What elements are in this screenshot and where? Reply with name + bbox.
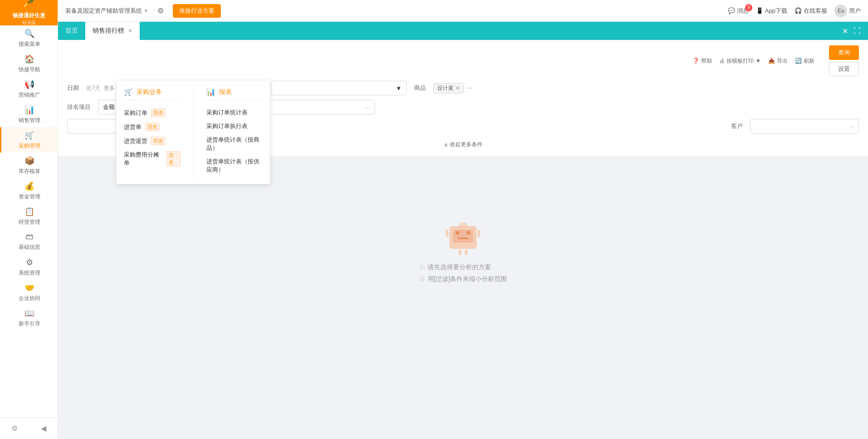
industry-btn[interactable]: 体验行业方案 xyxy=(173,4,221,18)
svg-rect-5 xyxy=(458,250,461,255)
sidebar-item-quick[interactable]: 🏠 快捷导航 xyxy=(0,51,58,76)
sidebar-item-purchase[interactable]: 🛒 采购管理 xyxy=(0,127,58,153)
dropdown-item-return[interactable]: 进货退货 历史 xyxy=(124,134,180,148)
content-area: ❓ 帮助 🖨 按模板打印 ▼ 📤 导出 🔄 刷新 查询 xyxy=(58,40,868,439)
settings-bottom-icon[interactable]: ⚙ xyxy=(11,424,18,433)
salesperson-select[interactable]: ··· xyxy=(266,100,375,114)
logo-subtitle: 标准版 xyxy=(22,20,36,26)
dropdown-item-order-stats[interactable]: 采购订单统计表 xyxy=(206,106,263,119)
sidebar-item-operation[interactable]: 📋 经营管理 xyxy=(0,203,58,229)
collapse-sidebar-icon[interactable]: ◀ xyxy=(41,424,46,433)
sidebar-item-operation-label: 经营管理 xyxy=(19,218,40,226)
mobile-icon: 📱 xyxy=(756,7,763,14)
print-btn[interactable]: 🖨 按模板打印 ▼ xyxy=(719,57,761,65)
tab-close-icon[interactable]: ✕ xyxy=(128,28,132,34)
dropdown-item-expense[interactable]: 采购费用分摊单 历史 xyxy=(124,148,180,170)
dropdown-item-inbound-stats-goods[interactable]: 进货单统计表（按商品） xyxy=(206,133,263,155)
settings-button[interactable]: 设置 xyxy=(829,62,859,76)
date-label: 日期 xyxy=(67,84,79,92)
print-icon: 🖨 xyxy=(719,58,725,64)
dropdown-inner: 🛒 采购业务 采购订单 历史 进货单 历史 进货退货 历史 xyxy=(124,88,263,177)
sidebar-item-guide-label: 新手引导 xyxy=(19,320,40,328)
settings-gear-icon[interactable]: ⚙ xyxy=(157,6,164,15)
sidebar-item-sales[interactable]: 📊 销售管理 xyxy=(0,102,58,127)
logo-icon: 🍊 xyxy=(23,0,35,12)
purchase-dropdown-menu: 🛒 采购业务 采购订单 历史 进货单 历史 进货退货 历史 xyxy=(116,80,270,184)
dropdown-item-order-exec[interactable]: 采购订单执行表 xyxy=(206,119,263,133)
system-dropdown[interactable]: 装备及固定资产辅助管理系统 ▼ xyxy=(65,7,148,15)
sidebar-item-enterprise[interactable]: 🤝 企业协同 xyxy=(0,280,58,305)
help-btn[interactable]: ❓ 帮助 xyxy=(692,57,712,65)
app-download-btn[interactable]: 📱 App下载 xyxy=(756,7,787,15)
sidebar-item-search[interactable]: 🔍 搜索菜单 xyxy=(0,25,58,51)
svg-rect-6 xyxy=(465,250,468,255)
goods-tag-close-icon[interactable]: ✕ xyxy=(455,85,460,91)
date-option-7days[interactable]: 近7天 xyxy=(86,84,100,92)
purchase-icon: 🛒 xyxy=(24,130,34,140)
sidebar-item-inventory[interactable]: 📦 库存核算 xyxy=(0,153,58,178)
avatar: Ea xyxy=(834,5,847,17)
hint2-number: ② xyxy=(419,276,425,283)
sidebar-item-basic[interactable]: 🗃 基础信息 xyxy=(0,229,58,254)
sidebar-item-marketing[interactable]: 📢 营销推广 xyxy=(0,76,58,102)
svg-rect-7 xyxy=(446,230,449,237)
tab-home[interactable]: 首页 xyxy=(58,22,85,40)
sidebar-item-finance[interactable]: 💰 资金管理 xyxy=(0,178,58,203)
purchase-order-label: 采购订单 xyxy=(124,109,147,117)
svg-rect-4 xyxy=(458,237,468,239)
help-label: 帮助 xyxy=(701,57,712,65)
tabbar-expand-icon[interactable]: ⛶ xyxy=(853,27,861,35)
dropdown-item-purchase-order[interactable]: 采购订单 历史 xyxy=(124,106,180,120)
goods-more-dots[interactable]: ··· xyxy=(467,84,473,92)
empty-hint-2: ② 用[过滤]条件来缩小分析范围 xyxy=(419,275,507,283)
tabbar: 首页 销售排行榜 ✕ ✕ ⛶ xyxy=(58,22,868,40)
message-icon: 💬 xyxy=(728,7,735,14)
sidebar-item-system[interactable]: ⚙ 系统管理 xyxy=(0,254,58,280)
dropdown-arrow-icon: ▼ xyxy=(144,8,148,13)
customer-select[interactable]: ··· xyxy=(750,119,859,133)
export-label: 导出 xyxy=(777,57,788,65)
finance-icon: 💰 xyxy=(24,181,34,191)
online-service-btn[interactable]: 🎧 在线客服 xyxy=(795,7,827,15)
rank-value: 金额 xyxy=(103,103,115,111)
sidebar-item-guide[interactable]: 📖 新手引导 xyxy=(0,305,58,330)
query-button[interactable]: 查询 xyxy=(829,45,859,60)
svg-point-9 xyxy=(458,222,468,228)
return-history-badge: 历史 xyxy=(151,137,166,145)
main-area: 装备及固定资产辅助管理系统 ▼ ⚙ 体验行业方案 💬 消息 9 📱 App下载 … xyxy=(58,0,868,439)
purchase-section: 🛒 采购业务 采购订单 历史 进货单 历史 进货退货 历史 xyxy=(124,88,180,177)
status-select[interactable]: ▼ xyxy=(271,81,407,95)
headset-icon: 🎧 xyxy=(795,7,802,14)
date-option-more[interactable]: 更多 xyxy=(104,84,115,92)
report-section-icon: 📊 xyxy=(206,88,215,96)
message-btn[interactable]: 💬 消息 9 xyxy=(728,7,749,15)
salesperson-dots[interactable]: ··· xyxy=(365,104,370,111)
purchase-section-icon: 🛒 xyxy=(124,88,133,96)
export-btn[interactable]: 📤 导出 xyxy=(768,57,788,65)
user-label: 用户 xyxy=(849,7,861,15)
hint2-text: 用[过滤]条件来缩小分析范围 xyxy=(428,275,507,283)
sales-icon: 📊 xyxy=(24,105,34,115)
svg-point-2 xyxy=(456,231,459,235)
sidebar-item-sales-label: 销售管理 xyxy=(19,117,40,124)
refresh-btn[interactable]: 🔄 刷新 xyxy=(795,57,814,65)
goods-tag[interactable]: 设计素 ✕ xyxy=(433,83,464,94)
marketing-icon: 📢 xyxy=(24,79,34,89)
export-icon: 📤 xyxy=(768,58,775,64)
inbound-stats-goods-label: 进货单统计表（按商品） xyxy=(206,136,263,152)
sidebar-item-enterprise-label: 企业协同 xyxy=(19,295,40,302)
help-icon: ❓ xyxy=(692,58,699,64)
customer-dots[interactable]: ··· xyxy=(849,123,854,130)
tabbar-close-icon[interactable]: ✕ xyxy=(842,27,848,35)
dropdown-item-inbound-stats-supplier[interactable]: 进货单统计表（按供应商） xyxy=(206,155,263,177)
topbar: 装备及固定资产辅助管理系统 ▼ ⚙ 体验行业方案 💬 消息 9 📱 App下载 … xyxy=(58,0,868,22)
rank-label: 排名项目 xyxy=(67,103,91,111)
order-exec-label: 采购订单执行表 xyxy=(206,122,248,130)
app-download-label: App下载 xyxy=(765,7,787,15)
system-name: 装备及固定资产辅助管理系统 xyxy=(65,7,142,15)
sidebar-item-marketing-label: 营销推广 xyxy=(19,91,40,99)
customer-label: 客户 xyxy=(731,122,743,130)
dropdown-item-inbound[interactable]: 进货单 历史 xyxy=(124,120,180,134)
tab-sales-rank[interactable]: 销售排行榜 ✕ xyxy=(85,22,140,40)
user-btn[interactable]: Ea 用户 xyxy=(834,5,861,17)
